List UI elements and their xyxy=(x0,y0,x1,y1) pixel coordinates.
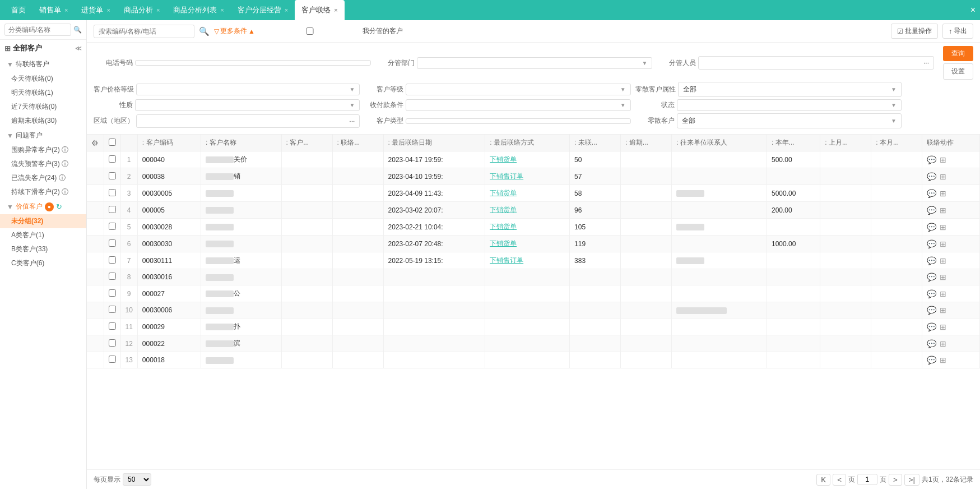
category-search-input[interactable] xyxy=(4,24,71,36)
chat-icon[interactable]: 💬 xyxy=(927,356,936,365)
filter-phone-input[interactable] xyxy=(135,60,371,66)
filter-status-select[interactable]: ▼ xyxy=(677,99,902,111)
row-last-method-link[interactable]: 下销货单 xyxy=(490,239,517,247)
close-purchase-tab[interactable]: × xyxy=(106,7,110,13)
grid-icon[interactable]: ⊞ xyxy=(940,322,946,331)
grid-icon[interactable]: ⊞ xyxy=(940,206,946,215)
tab-customer-segment[interactable]: 客户分层经营 × xyxy=(231,0,295,20)
row-checkbox[interactable] xyxy=(104,168,120,185)
grid-icon[interactable]: ⊞ xyxy=(940,339,946,348)
chat-icon[interactable]: 💬 xyxy=(927,322,936,331)
row-checkbox[interactable] xyxy=(104,352,120,368)
filter-region-input[interactable]: ··· xyxy=(136,114,360,128)
pending-group-header[interactable]: ▼ 待联络客户 xyxy=(0,57,86,72)
filter-price-level-select[interactable]: ▼ xyxy=(136,84,360,95)
next-page-button[interactable]: > xyxy=(889,474,902,486)
select-all-checkbox[interactable] xyxy=(109,139,116,146)
row-checkbox[interactable] xyxy=(104,319,120,335)
row-checkbox[interactable] xyxy=(104,151,120,168)
row-last-method-link[interactable]: 下销货单 xyxy=(490,206,517,214)
sidebar-item-overdue-pending[interactable]: 逾期未联络(30) xyxy=(0,114,86,128)
filter-dept-select[interactable]: ▼ xyxy=(417,57,653,69)
row-last-method-link[interactable]: 下销货单 xyxy=(490,189,517,197)
settings-icon[interactable]: ⚙ xyxy=(91,139,99,147)
sidebar-item-churn-warning[interactable]: 流失预警客户(3) ⓘ xyxy=(0,157,86,171)
filter-scatter-cust-select[interactable]: 全部▼ xyxy=(677,113,902,128)
tab-analysis-list[interactable]: 商品分析列表 × xyxy=(166,0,230,20)
chat-icon[interactable]: 💬 xyxy=(927,223,936,232)
close-all-tabs[interactable]: × xyxy=(970,5,976,15)
sidebar-item-declining[interactable]: 持续下滑客户(2) ⓘ xyxy=(0,185,86,199)
tab-home[interactable]: 首页 xyxy=(4,0,32,20)
row-select-checkbox[interactable] xyxy=(109,223,116,230)
row-select-checkbox[interactable] xyxy=(109,273,116,280)
filter-cust-type-select[interactable] xyxy=(406,118,630,124)
more-conditions-btn[interactable]: ▽ 更多条件 ▲ xyxy=(214,26,255,36)
value-group-header[interactable]: ▼ 价值客户 ● ↻ xyxy=(0,199,86,214)
grid-icon[interactable]: ⊞ xyxy=(940,273,946,282)
sidebar-item-tomorrow-pending[interactable]: 明天待联络(1) xyxy=(0,86,86,100)
chat-icon[interactable]: 💬 xyxy=(927,289,936,298)
row-select-checkbox[interactable] xyxy=(109,189,116,196)
filter-nature-select[interactable]: ▼ xyxy=(135,99,360,111)
row-select-checkbox[interactable] xyxy=(109,356,116,363)
all-customers-header[interactable]: ⊞ 全部客户 ≪ xyxy=(0,40,86,57)
per-page-select[interactable]: 50 20 100 xyxy=(123,473,151,486)
grid-icon[interactable]: ⊞ xyxy=(940,172,946,181)
last-page-button[interactable]: >| xyxy=(904,474,919,486)
category-search-icon[interactable]: 🔍 xyxy=(73,26,82,34)
row-select-checkbox[interactable] xyxy=(109,306,116,313)
row-last-method-link[interactable]: 下销货单 xyxy=(490,223,517,230)
chat-icon[interactable]: 💬 xyxy=(927,155,936,164)
sidebar-item-class-b[interactable]: B类客户(33) xyxy=(0,242,86,256)
search-input[interactable] xyxy=(94,25,194,38)
row-checkbox[interactable] xyxy=(104,219,120,236)
reset-button[interactable]: 设置 xyxy=(943,63,973,80)
my-customers-checkbox[interactable] xyxy=(259,27,360,35)
page-number-input[interactable] xyxy=(857,474,877,485)
row-select-checkbox[interactable] xyxy=(109,322,116,330)
close-customer-segment-tab[interactable]: × xyxy=(285,7,288,13)
chat-icon[interactable]: 💬 xyxy=(927,256,936,265)
sidebar-item-today-pending[interactable]: 今天待联络(0) xyxy=(0,72,86,86)
chat-icon[interactable]: 💬 xyxy=(927,306,936,315)
row-select-checkbox[interactable] xyxy=(109,155,116,163)
row-select-checkbox[interactable] xyxy=(109,256,116,264)
grid-icon[interactable]: ⊞ xyxy=(940,189,946,198)
chat-icon[interactable]: 💬 xyxy=(927,239,936,248)
row-checkbox[interactable] xyxy=(104,335,120,352)
row-checkbox[interactable] xyxy=(104,236,120,252)
refresh-icon[interactable]: ↻ xyxy=(56,202,62,211)
filter-scatter-attr-select[interactable]: 全部▼ xyxy=(678,82,902,97)
chat-icon[interactable]: 💬 xyxy=(927,339,936,348)
grid-icon[interactable]: ⊞ xyxy=(940,223,946,232)
sidebar-item-class-c[interactable]: C类客户(6) xyxy=(0,256,86,270)
grid-icon[interactable]: ⊞ xyxy=(940,289,946,298)
chat-icon[interactable]: 💬 xyxy=(927,172,936,181)
row-checkbox[interactable] xyxy=(104,285,120,302)
grid-icon[interactable]: ⊞ xyxy=(940,306,946,315)
row-checkbox[interactable] xyxy=(104,302,120,319)
row-select-checkbox[interactable] xyxy=(109,289,116,297)
sidebar-item-ungroup[interactable]: 未分组(32) xyxy=(0,214,86,228)
row-last-method-link[interactable]: 下销货单 xyxy=(490,155,517,163)
sidebar-item-class-a[interactable]: A类客户(1) xyxy=(0,228,86,242)
row-checkbox[interactable] xyxy=(104,269,120,285)
close-sales-tab[interactable]: × xyxy=(64,7,68,13)
tab-analysis[interactable]: 商品分析 × xyxy=(117,0,166,20)
tab-purchase[interactable]: 进货单 × xyxy=(75,0,117,20)
first-page-button[interactable]: K xyxy=(816,474,830,486)
sidebar-item-hoarding[interactable]: 囤购异常客户(2) ⓘ xyxy=(0,143,86,157)
export-button[interactable]: ↑ 导出 xyxy=(942,24,973,39)
row-last-method-link[interactable]: 下销售订单 xyxy=(490,256,523,264)
close-analysis-list-tab[interactable]: × xyxy=(220,7,224,13)
row-checkbox[interactable] xyxy=(104,185,120,202)
search-icon[interactable]: 🔍 xyxy=(199,26,210,36)
settings-col-header[interactable]: ⚙ xyxy=(87,135,104,151)
row-select-checkbox[interactable] xyxy=(109,172,116,179)
row-checkbox[interactable] xyxy=(104,252,120,269)
row-last-method-link[interactable]: 下销售订单 xyxy=(490,172,523,180)
filter-cust-level-select[interactable]: ▼ xyxy=(406,84,630,95)
chat-icon[interactable]: 💬 xyxy=(927,206,936,215)
close-analysis-tab[interactable]: × xyxy=(156,7,160,13)
